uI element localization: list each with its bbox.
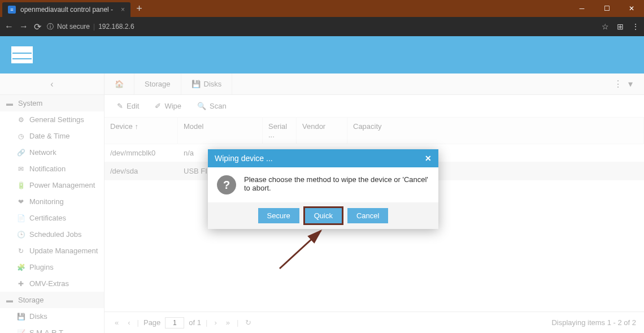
secure-button[interactable]: Secure	[258, 208, 299, 223]
window-close-button[interactable]: ✕	[619, 0, 644, 17]
dialog-title: Wiping device ...	[215, 154, 273, 163]
app-header: openmediavault The open network attached…	[0, 36, 644, 73]
question-icon: ?	[217, 175, 236, 194]
dialog-header: Wiping device ... ✕	[208, 149, 438, 167]
dialog-close-button[interactable]: ✕	[425, 154, 432, 163]
quick-button[interactable]: Quick	[305, 208, 342, 223]
browser-menu-icon[interactable]: ⋮	[632, 22, 639, 31]
window-minimize-button[interactable]: ─	[569, 0, 594, 17]
cancel-button[interactable]: Cancel	[347, 208, 388, 223]
bookmark-icon[interactable]: ☆	[602, 22, 609, 31]
extensions-icon[interactable]: ⊞	[617, 22, 624, 31]
tab-favicon: ≡	[8, 6, 16, 14]
logo-icon	[11, 46, 33, 63]
window-maximize-button[interactable]: ☐	[594, 0, 619, 17]
wipe-device-dialog: Wiping device ... ✕ ? Please choose the …	[208, 149, 438, 229]
dialog-message: Please choose the method to wipe the dev…	[244, 175, 429, 192]
